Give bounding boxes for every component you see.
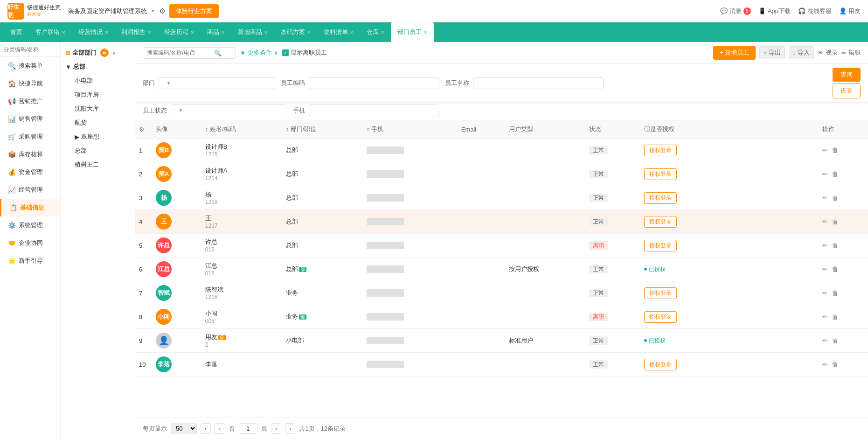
next-page-btn[interactable]: › <box>271 423 281 434</box>
sidebar-item-guide[interactable]: 🌟 新手引导 <box>0 252 60 270</box>
delete-action-icon[interactable]: 🗑 <box>832 265 838 273</box>
close-icon[interactable]: ✕ <box>190 30 194 35</box>
col-name[interactable]: ↕ 姓名/编码 <box>201 120 282 139</box>
cell-auth[interactable]: 授权登录 <box>640 162 725 186</box>
settings-icon[interactable]: ⚙ <box>139 126 145 133</box>
delete-action-icon[interactable]: 🗑 <box>832 337 838 344</box>
last-page-btn[interactable]: › <box>285 423 295 434</box>
first-page-btn[interactable]: ‹ <box>201 423 211 434</box>
nav-tab-bom[interactable]: 物料清单 ✕ <box>317 22 360 42</box>
dept-filter-select[interactable]: ▼ <box>159 77 275 89</box>
sidebar-item-finance[interactable]: 💰 资金管理 <box>0 163 60 181</box>
cell-auth[interactable]: 授权登录 <box>640 139 725 162</box>
more-filter-btn[interactable]: ▼ 更多条件 ∧ <box>240 49 278 57</box>
dept-node-zongbu[interactable]: 总部 <box>61 144 135 158</box>
close-icon[interactable]: ✕ <box>264 30 268 35</box>
code-filter-input[interactable] <box>309 77 439 89</box>
auth-btn[interactable]: 授权登录 <box>644 359 677 370</box>
nav-tab-employees[interactable]: 部门员工 ✕ <box>391 22 434 42</box>
dept-node-zhishu[interactable]: 植树王二 <box>61 158 135 172</box>
cell-auth[interactable]: 已授权 <box>640 329 725 353</box>
sidebar-item-inventory[interactable]: 📦 库存核算 <box>0 146 60 163</box>
show-resigned-toggle[interactable]: ✓ 显示离职员工 <box>282 49 327 57</box>
nav-tab-profit[interactable]: 利润报告 ✕ <box>115 22 158 42</box>
sidebar-item-operation[interactable]: 📈 经营管理 <box>0 181 60 199</box>
dept-node-xiaodiandu[interactable]: 小电部 <box>61 74 135 88</box>
edit-btn[interactable]: ✏ 辑职 <box>841 49 861 57</box>
cell-auth[interactable]: 授权登录 <box>640 281 725 305</box>
dept-node-root[interactable]: ▼ 总部 <box>61 60 135 74</box>
edit-action-icon[interactable]: ✏ <box>822 194 828 202</box>
edit-action-icon[interactable]: ✏ <box>822 242 828 249</box>
app-download-btn[interactable]: 📱 App下载 <box>758 7 791 15</box>
search-box[interactable]: 🔍 <box>143 47 236 59</box>
delete-action-icon[interactable]: 🗑 <box>832 194 838 202</box>
search-input[interactable] <box>147 49 212 56</box>
sidebar-item-collab[interactable]: 🤝 企业协同 <box>0 234 60 252</box>
cell-auth[interactable]: 授权登录 <box>640 234 725 258</box>
sidebar-item-quicknav[interactable]: 🏠 快捷导航 <box>0 75 60 92</box>
sidebar-item-system[interactable]: ⚙️ 系统管理 <box>0 216 60 234</box>
dept-edit-icon[interactable]: ✏ <box>100 49 109 57</box>
sidebar-item-basic[interactable]: 📋 基础信息 <box>0 199 60 216</box>
nav-tab-history[interactable]: 经营历程 ✕ <box>158 22 201 42</box>
delete-action-icon[interactable]: 🗑 <box>832 361 838 368</box>
nav-tab-add-goods[interactable]: 新增商品 ✕ <box>231 22 274 42</box>
edit-action-icon[interactable]: ✏ <box>822 289 828 297</box>
add-employee-btn[interactable]: + 新增员工 <box>713 46 756 60</box>
col-phone[interactable]: ↕ 手机 <box>363 120 458 139</box>
cell-auth[interactable]: 授权登录 <box>640 210 725 234</box>
nav-tab-barcode[interactable]: 条码方案 ✕ <box>274 22 317 42</box>
close-icon[interactable]: ✕ <box>62 30 65 35</box>
cell-auth[interactable]: 授权登录 <box>640 305 725 329</box>
dept-node-distribution[interactable]: 配货 <box>61 116 135 130</box>
dept-node-project[interactable]: 项目库房 <box>61 88 135 102</box>
edit-action-icon[interactable]: ✏ <box>822 146 828 154</box>
edit-action-icon[interactable]: ✏ <box>822 218 828 225</box>
edit-action-icon[interactable]: ✏ <box>822 313 828 321</box>
export-btn[interactable]: ↑ 导出 <box>759 46 785 59</box>
dept-header[interactable]: ⊞ 全部部门 ✏ » <box>61 46 135 60</box>
auth-btn[interactable]: 授权登录 <box>644 168 677 180</box>
delete-action-icon[interactable]: 🗑 <box>832 218 838 225</box>
query-btn[interactable]: 查询 <box>833 68 861 82</box>
messages-btn[interactable]: 💬 消息 5 <box>720 7 751 15</box>
dept-node-shenyang[interactable]: 沈阳大库 <box>61 102 135 116</box>
sidebar-item-search[interactable]: 🔍 搜索菜单 <box>0 57 60 75</box>
dept-collapse-icon[interactable]: » <box>112 49 116 56</box>
auth-btn[interactable]: 授权登录 <box>644 240 677 251</box>
system-title-arrow[interactable]: ▼ <box>151 8 155 14</box>
close-icon[interactable]: ✕ <box>307 30 311 35</box>
name-filter-input[interactable] <box>473 77 604 89</box>
close-icon[interactable]: ✕ <box>381 30 384 35</box>
cell-auth[interactable]: 授权登录 <box>640 186 725 210</box>
page-input[interactable] <box>239 423 257 434</box>
cell-auth[interactable]: 已授权 <box>640 258 725 281</box>
status-filter-select[interactable]: ▼ <box>171 105 287 116</box>
close-icon[interactable]: ✕ <box>147 30 151 35</box>
setting-btn[interactable]: 设置 <box>833 84 861 98</box>
delete-action-icon[interactable]: 🗑 <box>832 170 838 178</box>
auth-btn[interactable]: 授权登录 <box>644 216 677 228</box>
prev-page-btn[interactable]: ‹ <box>215 423 225 434</box>
online-service-btn[interactable]: 🎧 在线客服 <box>798 7 832 15</box>
auth-btn[interactable]: 授权登录 <box>644 311 677 323</box>
sidebar-item-sales[interactable]: 📊 销售管理 <box>0 110 60 128</box>
close-icon[interactable]: ✕ <box>104 30 108 35</box>
dept-node-shuangzuoxiang[interactable]: ▶ 双座想 <box>61 130 135 144</box>
col-dept[interactable]: ↕ 部门/职位 <box>282 120 363 139</box>
delete-action-icon[interactable]: 🗑 <box>832 313 838 321</box>
user-btn[interactable]: 👤 用友 <box>839 7 861 15</box>
auth-btn[interactable]: 授权登录 <box>644 287 677 299</box>
nav-tab-operation[interactable]: 经营情况 ✕ <box>72 22 115 42</box>
sidebar-search-input[interactable] <box>4 46 61 53</box>
close-icon[interactable]: ✕ <box>350 30 354 35</box>
nav-tab-goods[interactable]: 商品 ✕ <box>201 22 231 42</box>
view-btn[interactable]: 👁 视录 <box>818 49 838 57</box>
per-page-select[interactable]: 50 100 <box>171 423 197 434</box>
gear-icon[interactable]: ⚙ <box>159 7 166 15</box>
phone-filter-input[interactable] <box>309 105 439 116</box>
edit-action-icon[interactable]: ✏ <box>822 170 828 178</box>
try-btn[interactable]: 体验行业方案 <box>169 4 219 18</box>
edit-action-icon[interactable]: ✏ <box>822 361 828 368</box>
